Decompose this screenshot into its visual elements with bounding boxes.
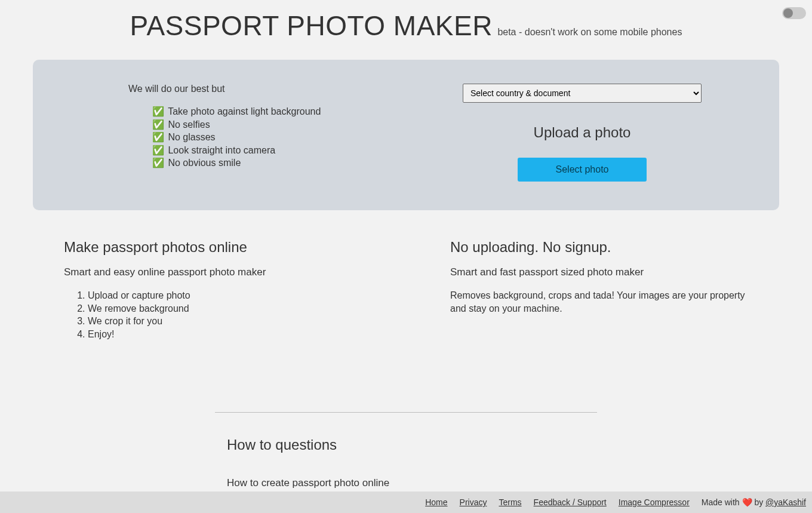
title-row: PASSPORT PHOTO MAKER beta - doesn't work… [0, 10, 812, 42]
footer-link-terms[interactable]: Terms [499, 497, 521, 507]
guideline-item: ✅ Look straight into camera [152, 144, 382, 157]
step-item: We remove background [88, 302, 359, 315]
guideline-text: No glasses [168, 132, 215, 142]
divider [215, 412, 597, 413]
check-icon: ✅ [152, 132, 164, 142]
check-icon: ✅ [152, 145, 164, 155]
info-left-heading: Make passport photos online [64, 239, 359, 256]
info-right: No uploading. No signup. Smart and fast … [417, 239, 779, 340]
credit-prefix: Made with ❤️ by [702, 497, 765, 507]
select-photo-button[interactable]: Select photo [518, 158, 647, 182]
guidelines-column: We will do our best but ✅ Take photo aga… [66, 84, 382, 182]
footer-credit: Made with ❤️ by @yaKashif [702, 497, 806, 507]
guideline-item: ✅ No selfies [152, 118, 382, 131]
upload-title: Upload a photo [534, 124, 631, 141]
info-right-body: Removes background, crops and tada! Your… [450, 289, 746, 315]
country-document-select[interactable]: Select country & document [463, 84, 702, 103]
dark-mode-toggle[interactable] [782, 7, 806, 19]
footer-link-privacy[interactable]: Privacy [460, 497, 487, 507]
guideline-item: ✅ Take photo against light background [152, 105, 382, 118]
check-icon: ✅ [152, 158, 164, 168]
footer-link-feedback[interactable]: Feedback / Support [534, 497, 607, 507]
guideline-item: ✅ No obvious smile [152, 156, 382, 170]
guidelines-lead: We will do our best but [128, 84, 382, 94]
info-section: Make passport photos online Smart and ea… [33, 239, 779, 340]
credit-link[interactable]: @yaKashif [765, 497, 806, 507]
page-title: PASSPORT PHOTO MAKER [130, 10, 493, 41]
beta-note: beta - doesn't work on some mobile phone… [497, 27, 682, 37]
footer-link-image-compressor[interactable]: Image Compressor [619, 497, 690, 507]
howto-section: How to questions How to create passport … [227, 437, 585, 489]
howto-heading: How to questions [227, 437, 585, 453]
info-right-subheading: Smart and fast passport sized photo make… [450, 266, 746, 278]
footer-link-home[interactable]: Home [425, 497, 447, 507]
info-left: Make passport photos online Smart and ea… [33, 239, 393, 340]
guideline-text: No selfies [168, 119, 210, 130]
guidelines-list: ✅ Take photo against light background ✅ … [128, 105, 382, 170]
guideline-text: No obvious smile [168, 158, 241, 168]
toggle-knob [783, 8, 793, 18]
info-left-subheading: Smart and easy online passport photo mak… [64, 266, 359, 278]
check-icon: ✅ [152, 106, 164, 116]
step-item: Upload or capture photo [88, 289, 359, 302]
guideline-item: ✅ No glasses [152, 131, 382, 144]
howto-question: How to create passport photo online [227, 477, 585, 489]
guideline-text: Look straight into camera [168, 145, 275, 155]
check-icon: ✅ [152, 119, 164, 130]
guideline-text: Take photo against light background [168, 106, 321, 116]
upload-column: Select country & document Upload a photo… [418, 84, 746, 182]
footer-bar: Home Privacy Terms Feedback / Support Im… [0, 492, 812, 513]
main-panel: We will do our best but ✅ Take photo aga… [33, 60, 779, 210]
info-right-heading: No uploading. No signup. [450, 239, 746, 256]
steps-list: Upload or capture photo We remove backgr… [64, 289, 359, 340]
step-item: We crop it for you [88, 315, 359, 328]
step-item: Enjoy! [88, 328, 359, 341]
